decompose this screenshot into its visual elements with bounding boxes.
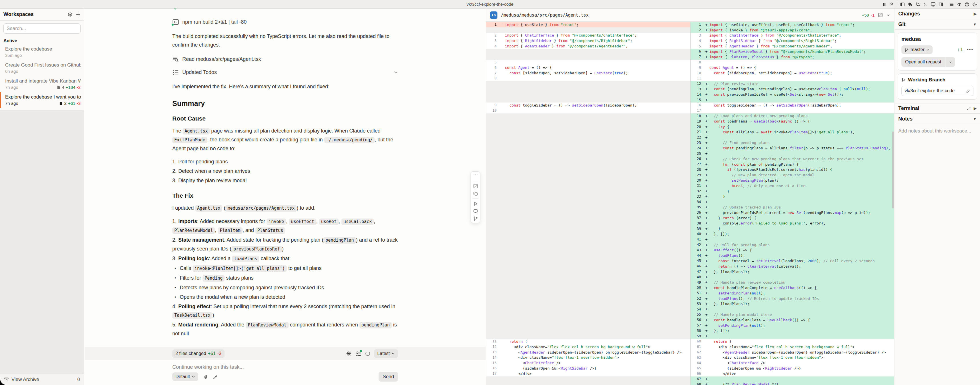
collapse-file-icon[interactable] [886, 13, 890, 17]
diff-row: 30+ setPendingPlan(plan); [486, 178, 894, 183]
diff-row: 57+ setPendingPlan(null); [486, 323, 894, 328]
diff-row: 24+ const pendingPlans = allPlans.filter… [486, 145, 894, 151]
diff-row: 15+ [486, 97, 894, 103]
diff-row: 26+ // Check for new pending plans that … [486, 156, 894, 162]
pause-icon[interactable] [881, 2, 886, 7]
workspace-item-0[interactable]: Explore the codebase 35m ago [0, 44, 84, 60]
diff-stat-badge: 2+61-3 [59, 101, 81, 106]
diff-row: 45+ const interval = setInterval(loadPla… [486, 258, 894, 264]
message-input[interactable]: Continue working on this task... [172, 364, 244, 370]
expand-icon[interactable] [967, 107, 971, 111]
chevron-down-icon [391, 352, 395, 355]
diff-row: 36+ previousPlanIdsRef.current = new Set… [486, 210, 894, 215]
megaphone-icon[interactable] [956, 2, 962, 7]
active-section-label: Active [0, 36, 84, 44]
chevron-right-icon: ▶ [974, 106, 977, 111]
notes-section-header[interactable]: Notes ▼ [895, 114, 980, 124]
diff-row: 19+ const loadPlans = useCallback(async … [486, 119, 894, 124]
model-dropdown[interactable]: Default [172, 372, 198, 381]
split-view-icon[interactable] [878, 13, 883, 18]
layers-icon[interactable] [68, 12, 73, 17]
diff-scrollbar[interactable] [892, 131, 894, 208]
latest-dropdown[interactable]: Latest [374, 349, 398, 358]
diff-row: 28+ if (!previousPlanIdsRef.current.has(… [486, 167, 894, 172]
inline-code: Pending [202, 275, 224, 282]
diff-file-header: TS /medusa/medusa/src/pages/Agent.tsx +5… [486, 9, 894, 22]
burst-icon[interactable] [346, 351, 352, 356]
tool-call-row[interactable]: npm run build 2>&1 | tail -80 [172, 19, 398, 25]
menu-icon[interactable] [949, 2, 954, 7]
diff-row: 48+ [486, 274, 894, 280]
list-item: 2.State management: Added state for trac… [172, 235, 398, 253]
inline-code: PlanItem [218, 228, 242, 234]
terminal-section-header[interactable]: Terminal ▶ [895, 103, 980, 114]
git-branch-icon[interactable] [473, 216, 478, 221]
workspace-item-1[interactable]: Create Good First Issues on Github So p … [0, 60, 84, 76]
diff-row: 811 [486, 76, 894, 81]
working-branch-input[interactable]: vk/3ccf-explore-the-code [901, 86, 974, 96]
diff-rows[interactable]: 1-import { useState } from "react";1+imp… [486, 22, 894, 385]
monitor-icon[interactable] [473, 209, 478, 214]
diff-row: 44+ loadPlans(); [486, 253, 894, 258]
todos-status-icon[interactable] [356, 351, 361, 356]
diff-row: 13 <AgentHeader sidebarOpen={sidebarOpen… [486, 350, 894, 355]
todos-tool-icon [172, 69, 179, 75]
diff-row: 25+ [486, 151, 894, 156]
search-input[interactable]: Search... [3, 24, 81, 34]
list-item: •Opens the modal when a new plan is dete… [172, 293, 398, 301]
notes-input[interactable]: Add notes about this workspace... [895, 124, 980, 138]
workspace-item-2[interactable]: Install and integrate Vibe Kanban Web C … [0, 76, 84, 92]
files-changed-chip[interactable]: 2 files changed +61 -3 [172, 349, 224, 358]
diff-row: 34+ [486, 199, 894, 205]
edit-pencil-icon[interactable] [966, 89, 970, 93]
diff-row: 12+ // Plan review state [486, 81, 894, 86]
view-archive-button[interactable]: View Archive 0 [0, 374, 84, 385]
diff-row: 3import { RightSidebar } from "@/compone… [486, 38, 894, 43]
tool-call-row[interactable]: Read medusa/src/pages/Agent.tsx [172, 56, 398, 62]
add-workspace-button[interactable] [75, 12, 81, 17]
diff-row: 2+import { invoke } from "@tauri-apps/ap… [486, 27, 894, 33]
tool-call-row[interactable]: Updated Todos [172, 69, 398, 75]
workspace-time: 6h ago [5, 69, 81, 74]
branch-dropdown[interactable]: master [901, 45, 932, 54]
git-branch-icon [905, 48, 909, 52]
chat-transcript[interactable]: npm run build 2>&1 | tail -80 The build … [84, 9, 486, 347]
diff-row: 50+ const handlePlanComplete = useCallba… [486, 285, 894, 291]
more-actions-button[interactable]: ••• [967, 47, 974, 52]
open-pull-request-button[interactable]: Open pull request [901, 57, 945, 67]
diff-row: 12 <div className="flex flex-col h-scree… [486, 344, 894, 350]
dictate-pen-icon[interactable] [213, 374, 218, 380]
diff-panel: TS /medusa/medusa/src/pages/Agent.tsx +5… [486, 9, 894, 385]
diff-row: 42+ // Poll for pending plans [486, 242, 894, 248]
inline-code: PlanReviewModal [172, 228, 215, 234]
attach-icon[interactable] [203, 374, 208, 380]
list-item: •Detects new plans by comparing against … [172, 283, 398, 292]
git-compare-icon[interactable] [915, 2, 920, 7]
workspace-item-3[interactable]: Explore the codebase I want you to expl … [0, 92, 84, 108]
changes-section-header[interactable]: Changes ▶ [895, 9, 980, 19]
split-diff-icon[interactable] [473, 184, 478, 188]
send-button[interactable]: Send [379, 372, 398, 382]
chevrons-up-icon[interactable] [889, 2, 894, 7]
panel-left-icon[interactable] [900, 2, 905, 7]
contrast-icon[interactable] [907, 2, 913, 7]
monitor-icon[interactable] [931, 2, 936, 7]
chat-status-bar: 2 files changed +61 -3 Latest [84, 347, 486, 360]
terminal-icon[interactable] [923, 2, 928, 7]
help-icon[interactable] [964, 2, 969, 7]
copy-icon[interactable] [473, 191, 478, 196]
titlebar: vk/3ccf-explore-the-code [0, 0, 980, 9]
drag-handle-icon[interactable] [473, 173, 478, 178]
git-section-header[interactable]: Git ▼ [895, 19, 980, 30]
working-branch-label: Working Branch [908, 77, 945, 83]
pr-options-button[interactable] [945, 57, 955, 67]
diff-row: 51+ setPendingPlan(null); [486, 291, 894, 296]
chevron-down-icon[interactable] [393, 70, 398, 75]
play-icon[interactable] [473, 201, 478, 206]
diff-row: 22+ [486, 135, 894, 140]
diff-row: 31+ break; // Only open one at a time [486, 183, 894, 188]
panel-right-icon[interactable] [938, 2, 943, 7]
settings-icon[interactable] [972, 2, 977, 7]
tool-call-label: Updated Todos [182, 69, 217, 75]
titlebar-actions [881, 0, 977, 9]
